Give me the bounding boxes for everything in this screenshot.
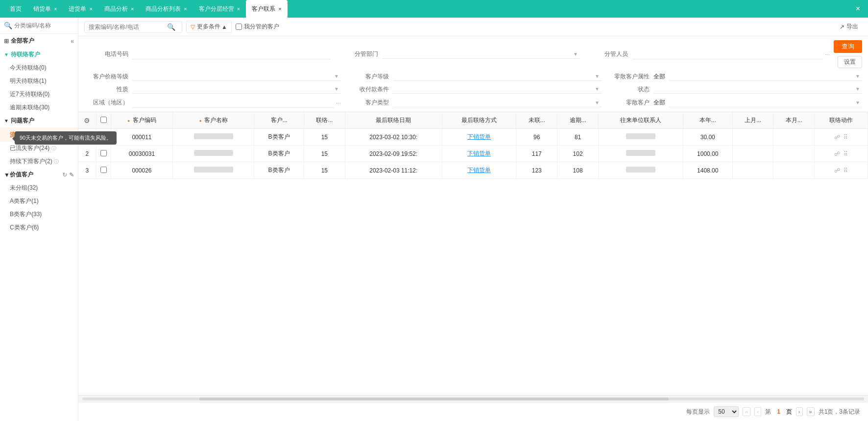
sidebar-item-churn-warning[interactable]: 流失预警客户(3) ● <box>0 127 78 142</box>
sidebar-item-overdue-pending[interactable]: 逾期未联络(30) <box>0 101 78 114</box>
row-actions[interactable]: ☍ ⠿ <box>815 162 868 179</box>
more-conditions-button[interactable]: ▽ 更多条件 ▲ <box>186 21 232 33</box>
row-actions[interactable]: ☍ ⠿ <box>815 146 868 162</box>
next-page-button[interactable]: › <box>796 407 803 416</box>
row-this-year: 1000.00 <box>683 146 732 162</box>
search-button[interactable]: 🔍 <box>167 23 175 31</box>
sidebar-item-7days-pending[interactable]: 近7天待联络(0) <box>0 88 78 101</box>
filter-phone-input[interactable] <box>132 49 330 59</box>
close-all-button[interactable]: × <box>852 4 864 13</box>
prev-page-button[interactable]: ‹ <box>754 407 761 416</box>
horizontal-scrollbar[interactable] <box>78 395 868 402</box>
tab-home[interactable]: 首页 <box>4 0 27 18</box>
filter-customer-level: 客户等级 ▼ <box>345 72 602 81</box>
settings-col-header[interactable]: ⚙ <box>78 112 96 129</box>
scroll-track[interactable] <box>82 397 864 400</box>
filter-nature-select[interactable]: ▼ <box>132 85 341 94</box>
refresh-icon[interactable]: ↻ <box>62 172 67 178</box>
contact-icon[interactable]: ☍ <box>834 134 840 141</box>
per-page-select[interactable]: 50 100 200 <box>714 406 739 417</box>
tab-analysis-label: 商品分析 <box>104 5 128 13</box>
my-customers-checkbox-label[interactable]: 我分管的客户 <box>236 23 279 31</box>
tab-customer-tier[interactable]: 客户分层经营 × <box>193 0 246 18</box>
checkbox-col-header[interactable] <box>96 112 111 129</box>
more-actions-icon[interactable]: ⠿ <box>844 167 848 174</box>
sidebar-item-a-class[interactable]: A类客户(1) <box>0 195 78 208</box>
sidebar-item-tomorrow-pending[interactable]: 明天待联络(1) <box>0 74 78 88</box>
query-button[interactable]: 查询 <box>834 40 862 53</box>
sidebar-item-churned[interactable]: 已流失客户(24) ⓘ <box>0 142 78 155</box>
first-page-button[interactable]: « <box>743 407 750 416</box>
more-actions-icon[interactable]: ⠿ <box>844 134 848 141</box>
row-actions[interactable]: ☍ ⠿ <box>815 129 868 146</box>
row-checkbox-cell[interactable] <box>96 146 111 162</box>
col-header-name[interactable]: ● 客户名称 <box>173 112 254 129</box>
row-this-month <box>773 146 815 162</box>
sidebar-group-pending[interactable]: ▼ 待联络客户 <box>0 48 78 61</box>
filter-dept-select[interactable]: ▼ <box>382 50 580 59</box>
filter-bar: 🔍 ▽ 更多条件 ▲ 我分管的客户 ↗ 导出 <box>78 18 868 36</box>
row-last-type[interactable]: 下销货单 <box>442 129 516 146</box>
tab-customer-contact[interactable]: 客户联系 × <box>246 0 287 18</box>
edit-icon[interactable]: ✎ <box>69 172 74 178</box>
row-contacts: 15 <box>304 129 345 146</box>
tab-sales-close[interactable]: × <box>54 6 57 12</box>
row-last-type[interactable]: 下销货单 <box>442 146 516 162</box>
filter-region-input[interactable] <box>132 98 334 108</box>
tab-sales[interactable]: 销货单 × <box>27 0 63 18</box>
row-checkbox[interactable] <box>100 133 107 140</box>
sidebar-search-input[interactable] <box>14 22 78 29</box>
row-last-type[interactable]: 下销货单 <box>442 162 516 179</box>
tab-analysis-close[interactable]: × <box>131 6 134 12</box>
settings-col-icon[interactable]: ⚙ <box>84 117 90 124</box>
sidebar-group-value[interactable]: ▼ 价值客户 ↻ ✎ <box>0 168 78 181</box>
tab-purchase[interactable]: 进货单 × <box>63 0 98 18</box>
sidebar-item-today-pending[interactable]: 今天待联络(0) <box>0 61 78 74</box>
contact-icon[interactable]: ☍ <box>834 167 840 174</box>
col-header-code[interactable]: ● 客户编码 <box>111 112 173 129</box>
more-actions-icon[interactable]: ⠿ <box>844 150 848 157</box>
filter-person: 分管人员 ··· <box>584 49 830 59</box>
sidebar-item-declining[interactable]: 持续下滑客户(2) ⓘ <box>0 155 78 168</box>
col-header-this-year: 本年... <box>683 112 732 129</box>
sidebar-item-b-class[interactable]: B类客户(33) <box>0 208 78 221</box>
row-checkbox[interactable] <box>100 167 107 173</box>
row-checkbox-cell[interactable] <box>96 129 111 146</box>
row-code: 000026 <box>111 162 173 179</box>
col-header-actions: 联络动作 <box>815 112 868 129</box>
row-checkbox[interactable] <box>100 150 107 156</box>
tab-analysis[interactable]: 商品分析 × <box>98 0 140 18</box>
page-label-before: 第 <box>765 408 771 416</box>
tab-customer-contact-close[interactable]: × <box>278 6 281 12</box>
filter-payment-select[interactable]: ▼ <box>393 85 602 94</box>
search-input[interactable] <box>89 24 167 30</box>
sidebar-item-ungrouped[interactable]: 未分组(32) <box>0 181 78 195</box>
export-button[interactable]: ↗ 导出 <box>836 21 862 32</box>
row-checkbox-cell[interactable] <box>96 162 111 179</box>
region-dots-icon[interactable]: ··· <box>336 99 341 106</box>
sidebar-item-c-class[interactable]: C类客户(6) <box>0 221 78 234</box>
settings-button[interactable]: 设置 <box>838 56 862 68</box>
contact-icon[interactable]: ☍ <box>834 150 840 157</box>
tab-analysis-list-close[interactable]: × <box>184 6 187 12</box>
filter-retail-select[interactable]: ▼ <box>669 99 862 107</box>
filter-nature-label: 性质 <box>84 85 128 94</box>
sidebar-all-customers[interactable]: ⊞ 全部客户 « <box>0 34 78 48</box>
filter-customer-type-select[interactable]: ▼ <box>393 99 602 107</box>
tab-customer-tier-close[interactable]: × <box>237 6 240 12</box>
filter-status-select[interactable]: ▼ <box>653 85 862 94</box>
my-customers-checkbox[interactable] <box>236 24 242 30</box>
filter-person-input[interactable] <box>632 49 823 59</box>
dots-icon[interactable]: ··· <box>825 51 830 58</box>
sidebar-collapse-btn[interactable]: « <box>71 38 74 45</box>
filter-price-level-select[interactable]: ▼ <box>132 72 341 81</box>
sidebar-group-problem[interactable]: ▼ 问题客户 <box>0 114 78 127</box>
filter-customer-level-select[interactable]: ▼ <box>393 72 602 81</box>
scroll-thumb[interactable] <box>199 397 669 400</box>
tab-purchase-close[interactable]: × <box>89 6 92 12</box>
last-page-button[interactable]: » <box>807 407 815 416</box>
tab-analysis-list[interactable]: 商品分析列表 × <box>140 0 193 18</box>
row-last-date: 2023-02-03 11:12: <box>345 162 442 179</box>
select-all-checkbox[interactable] <box>100 117 107 123</box>
filter-scatter-attr-select[interactable]: ▼ <box>669 72 862 81</box>
